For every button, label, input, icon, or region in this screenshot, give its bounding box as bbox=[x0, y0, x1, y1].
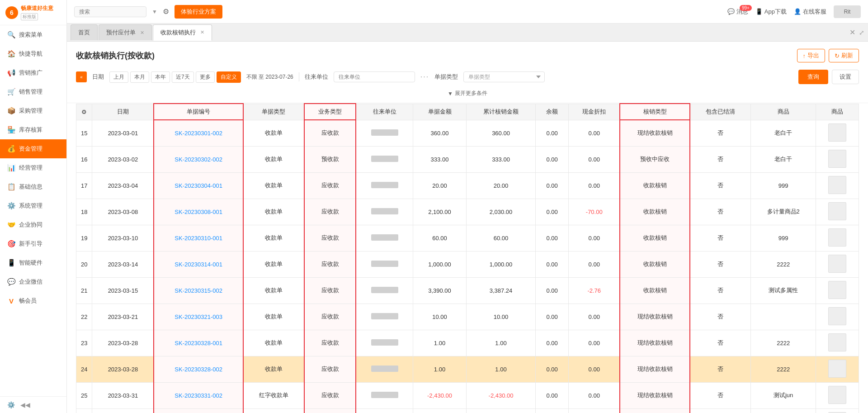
sidebar-item-system[interactable]: ⚙️ 系统管理 bbox=[0, 196, 66, 215]
settings-footer-icon[interactable]: ⚙️ bbox=[7, 401, 15, 408]
cell-balance: 0.00 bbox=[536, 330, 569, 356]
cell-goods1 bbox=[750, 304, 816, 330]
doc-no-link[interactable]: SK-20230321-003 bbox=[175, 313, 222, 320]
cell-discount: 0.00 bbox=[569, 304, 620, 330]
doc-no-link[interactable]: SK-20230301-002 bbox=[175, 130, 222, 137]
partner-filter-input[interactable] bbox=[334, 71, 415, 82]
doc-no-link[interactable]: SK-20230304-001 bbox=[175, 182, 222, 189]
online-service-button[interactable]: 👤 在线客服 bbox=[794, 8, 826, 16]
query-button[interactable]: 查询 bbox=[798, 70, 828, 84]
doc-no-link[interactable]: SK-20230310-001 bbox=[175, 235, 222, 242]
sidebar-item-newbie[interactable]: 🎯 新手引导 bbox=[0, 234, 66, 253]
more-date-btn[interactable]: 更多 bbox=[196, 71, 215, 83]
cell-goods2 bbox=[816, 120, 859, 146]
export-button[interactable]: ↑ 导出 bbox=[797, 49, 826, 62]
topbar-gear-icon[interactable]: ⚙ bbox=[163, 7, 169, 16]
custom-date-btn[interactable]: 自定义 bbox=[217, 71, 241, 83]
sidebar-logo-text-group: 畅康道好生意 标推版 bbox=[21, 5, 53, 20]
cell-discount: 0.00 bbox=[569, 225, 620, 251]
doc-no-link[interactable]: SK-20230328-002 bbox=[175, 366, 222, 373]
cell-goods2 bbox=[816, 251, 859, 277]
cell-seq: 16 bbox=[76, 146, 92, 172]
collapse-icon[interactable]: ◀◀ bbox=[20, 401, 30, 408]
cell-include-closed: 否 bbox=[690, 356, 750, 382]
doc-no-link[interactable]: SK-20230308-001 bbox=[175, 209, 222, 215]
tab-receipts-verify-close-icon[interactable]: ✕ bbox=[200, 29, 204, 35]
sidebar-item-search[interactable]: 🔍 搜索菜单 bbox=[0, 25, 66, 44]
cell-seq: 23 bbox=[76, 330, 92, 356]
doc-no-link[interactable]: SK-20230315-002 bbox=[175, 287, 222, 294]
th-settings[interactable]: ⚙ bbox=[76, 104, 92, 120]
cell-doc-type: 收款单 bbox=[243, 408, 304, 413]
filter-expand-toggle[interactable]: ▼ 展开更多条件 bbox=[448, 90, 487, 97]
cell-doc-type: 收款单 bbox=[243, 251, 304, 277]
sidebar-item-basic[interactable]: 📋 基础信息 bbox=[0, 177, 66, 196]
cell-discount: -2.76 bbox=[569, 277, 620, 304]
last-7-days-btn[interactable]: 近7天 bbox=[172, 71, 194, 83]
column-settings-icon[interactable]: ⚙ bbox=[81, 109, 87, 115]
cell-include-closed: 否 bbox=[690, 382, 750, 408]
cell-balance: 0.00 bbox=[536, 304, 569, 330]
sidebar-item-inventory[interactable]: 🏪 库存核算 bbox=[0, 120, 66, 139]
cell-verified: -2,430.00 bbox=[466, 382, 535, 408]
doc-no-link[interactable]: SK-20230328-001 bbox=[175, 340, 222, 347]
cell-goods1: 999 bbox=[750, 172, 816, 199]
sidebar-item-label: 营销推广 bbox=[19, 69, 42, 77]
this-month-btn[interactable]: 本月 bbox=[130, 71, 149, 83]
topbar-search-input[interactable] bbox=[74, 6, 146, 17]
sidebar-item-sales[interactable]: 🛒 销售管理 bbox=[0, 82, 66, 101]
expand-tabs-icon[interactable]: ⤢ bbox=[859, 29, 864, 36]
partner-blurred bbox=[371, 366, 398, 372]
tab-home[interactable]: 首页 bbox=[71, 24, 98, 40]
partner-blurred bbox=[371, 339, 398, 346]
sidebar-item-smart-hw[interactable]: 📱 智能硬件 bbox=[0, 253, 66, 272]
cell-partner bbox=[356, 356, 413, 382]
tab-receipts-verify[interactable]: 收款核销执行 ✕ bbox=[153, 24, 212, 41]
cell-include-closed: 否 bbox=[690, 251, 750, 277]
filter-row-main: « 日期 上月 本月 本年 近7天 更多 自定义 不限 至 2023-07-26… bbox=[76, 70, 859, 84]
sidebar-item-operations[interactable]: 📊 经营管理 bbox=[0, 158, 66, 177]
user-avatar[interactable]: Rit bbox=[834, 5, 861, 18]
tab-home-label: 首页 bbox=[78, 28, 90, 37]
cell-include-closed: 否 bbox=[690, 408, 750, 413]
sidebar-item-corp-wechat[interactable]: 💬 企业微信 bbox=[0, 272, 66, 291]
goods-thumbnail bbox=[828, 386, 846, 404]
tab-pre-payment-close-icon[interactable]: ✕ bbox=[140, 30, 144, 36]
sidebar-item-label: 企业微信 bbox=[19, 278, 42, 286]
table-row: 15 2023-03-01 SK-20230301-002 收款单 应收款 36… bbox=[76, 120, 859, 146]
this-year-btn[interactable]: 本年 bbox=[151, 71, 170, 83]
filter-collapse-button[interactable]: « bbox=[76, 71, 87, 82]
cell-balance: 0.00 bbox=[536, 382, 569, 408]
sidebar-item-finance[interactable]: 💰 资金管理 bbox=[0, 139, 66, 158]
cell-verify-type: 现结收款核销 bbox=[620, 356, 690, 382]
cell-goods2 bbox=[816, 225, 859, 251]
partner-blurred bbox=[371, 156, 398, 162]
data-table: ⚙ 日期 单据编号 单据类型 业务类型 往来单位 单据金额 累计核销金额 余额 … bbox=[76, 103, 859, 413]
cell-discount: -70.00 bbox=[569, 199, 620, 225]
sidebar-item-enterprise[interactable]: 🤝 企业协同 bbox=[0, 215, 66, 234]
doc-type-filter-select[interactable]: 单据类型 bbox=[463, 71, 545, 82]
sidebar-item-marketing[interactable]: 📢 营销推广 bbox=[0, 63, 66, 82]
industry-solution-button[interactable]: 体验行业方案 bbox=[175, 5, 222, 19]
doc-no-link[interactable]: SK-20230314-001 bbox=[175, 261, 222, 268]
cell-seq: 15 bbox=[76, 120, 92, 146]
cell-doc-type: 收款单 bbox=[243, 199, 304, 225]
last-month-btn[interactable]: 上月 bbox=[109, 71, 128, 83]
sidebar-item-label: 企业协同 bbox=[19, 221, 42, 229]
tab-pre-payment[interactable]: 预付应付单 ✕ bbox=[99, 24, 152, 40]
cell-date: 2023-03-04 bbox=[92, 172, 154, 199]
sidebar-item-member[interactable]: V 畅会员 bbox=[0, 291, 66, 310]
cell-date: 2023-03-10 bbox=[92, 225, 154, 251]
partner-blurred bbox=[371, 392, 398, 398]
doc-no-link[interactable]: SK-20230331-002 bbox=[175, 392, 222, 399]
sidebar-item-purchase[interactable]: 📦 采购管理 bbox=[0, 101, 66, 120]
app-download-button[interactable]: 📱 App下载 bbox=[755, 8, 787, 16]
notification-button[interactable]: 💬 消息 99+ bbox=[727, 8, 748, 16]
settings-button[interactable]: 设置 bbox=[832, 70, 859, 84]
close-all-tabs-icon[interactable]: ✕ bbox=[849, 28, 855, 37]
sidebar-item-quick-nav[interactable]: 🏠 快捷导航 bbox=[0, 44, 66, 63]
cell-seq: 22 bbox=[76, 304, 92, 330]
refresh-button[interactable]: ↻ 刷新 bbox=[829, 49, 859, 62]
doc-no-link[interactable]: SK-20230302-002 bbox=[175, 156, 222, 163]
th-goods2: 商品 bbox=[816, 104, 859, 120]
